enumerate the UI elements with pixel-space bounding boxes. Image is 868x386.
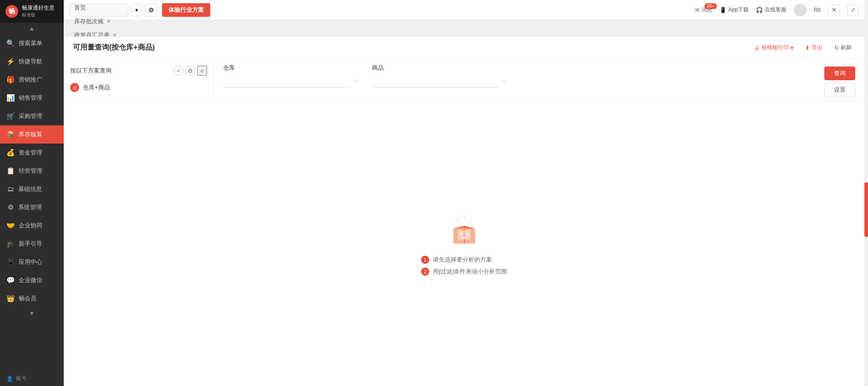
warehouse-field-group: 仓库 ··· — [223, 64, 358, 87]
sidebar-item-app-center[interactable]: 📱 应用中心 — [0, 253, 64, 271]
scheme-header: 按以下方案查询 + ⚙ « — [64, 64, 213, 79]
sidebar-item-label-wechat: 企业微信 — [19, 276, 42, 284]
sidebar-item-newbie[interactable]: 🎓 新手引导 — [0, 235, 64, 253]
page-title: 可用量查询(按仓库+商品) — [73, 43, 155, 52]
print-dropdown-icon: ▾ — [791, 45, 793, 51]
scheme-settings-btn[interactable]: ⚙ — [185, 66, 195, 76]
column-settings-btn[interactable]: 设置 — [824, 83, 855, 97]
sidebar-item-label-finance: 资金管理 — [19, 149, 42, 157]
warehouse-more-btn[interactable]: ··· — [352, 77, 358, 84]
sidebar-bottom[interactable]: 👤 账号 — [0, 371, 64, 386]
topbar: ▾ ⚙ 体验行业方案 ✉ 消息 99+ 📱 App下载 🎧 在线客服 Rit ✕… — [64, 0, 864, 20]
sidebar-item-purchase[interactable]: 🛒 采购管理 — [0, 107, 64, 125]
operation-icon: 📋 — [6, 167, 15, 175]
quick-nav-icon: ⚡ — [6, 57, 15, 66]
page-header-actions: 🖨 按模板打印 ▾ ⬆ 导出 ↻ 刷新 — [751, 42, 855, 53]
tab-close-batch-ledger[interactable]: ✕ — [107, 19, 111, 25]
sidebar-item-system[interactable]: ⚙ 系统管理 — [0, 198, 64, 216]
main-content: ▾ ⚙ 体验行业方案 ✉ 消息 99+ 📱 App下载 🎧 在线客服 Rit ✕… — [64, 0, 864, 386]
settings-gear-btn[interactable]: ⚙ — [145, 4, 157, 16]
sidebar-item-label-sales: 销售管理 — [19, 94, 42, 102]
basic-info-icon: 🗂 — [6, 185, 15, 193]
sidebar-item-wechat[interactable]: 💬 企业微信 — [0, 271, 64, 289]
refresh-icon: ↻ — [834, 45, 839, 51]
tab-label-batch-ledger: 库存批次账 — [74, 17, 104, 26]
export-btn[interactable]: ⬆ 导出 — [802, 42, 826, 53]
sidebar-item-basic-info[interactable]: 🗂 基础信息 — [0, 180, 64, 198]
tab-home[interactable]: 首页 — [67, 1, 129, 15]
query-btn-group: 查询 设置 — [824, 64, 855, 97]
hint-item-1: 1 请先选择要分析的方案 — [421, 256, 507, 264]
sidebar-item-label-cooperation: 企业协同 — [19, 221, 42, 230]
empty-illustration — [446, 212, 482, 248]
tab-batch-ledger[interactable]: 库存批次账✕ — [67, 15, 129, 28]
online-service-btn[interactable]: 🎧 在线客服 — [756, 6, 787, 14]
query-btn[interactable]: 查询 — [824, 67, 855, 80]
sidebar-header: 畅 畅康通好生意 标准版 — [0, 0, 64, 23]
search-dropdown-btn[interactable]: ▾ — [131, 4, 142, 16]
username-label: 账号 — [16, 375, 27, 382]
sidebar-item-sales[interactable]: 📊 销售管理 — [0, 89, 64, 107]
svg-point-5 — [466, 233, 468, 235]
tab-close-receipt-summary[interactable]: ✕ — [112, 32, 117, 38]
cooperation-icon: 🤝 — [6, 221, 15, 230]
sidebar-item-marketing[interactable]: 🎁 营销推广 — [0, 71, 64, 89]
sidebar-item-inventory[interactable]: 📦 库存核算 — [0, 125, 64, 144]
svg-line-7 — [457, 218, 459, 221]
tabs-bar: 首页库存批次账✕收发存汇总表✕可用量库存账本✕ — [64, 20, 864, 36]
member-icon: 👑 — [6, 294, 15, 303]
svg-line-8 — [469, 218, 472, 221]
sidebar-item-label-operation: 经营管理 — [19, 167, 42, 175]
query-area: 按以下方案查询 + ⚙ « ◎ 仓库+商品 仓库 ··· — [64, 59, 864, 102]
warehouse-input[interactable] — [223, 74, 350, 87]
marketing-icon: 🎁 — [6, 76, 15, 84]
sidebar-item-member[interactable]: 👑 畅会员 — [0, 289, 64, 308]
sidebar-item-finance[interactable]: 💰 资金管理 — [0, 144, 64, 162]
newbie-icon: 🎓 — [6, 240, 15, 248]
tab-close-available-ledger[interactable]: ✕ — [118, 46, 122, 52]
collapse-panel-btn[interactable]: « — [197, 66, 207, 76]
empty-hint: 1 请先选择要分析的方案 2 用[过滤]条件来缩小分析范围 — [421, 256, 507, 276]
tab-label-home: 首页 — [74, 4, 86, 12]
sidebar-item-label-purchase: 采购管理 — [19, 112, 42, 120]
sidebar-item-label-marketing: 营销推广 — [19, 76, 42, 84]
goods-label: 商品 — [372, 64, 507, 72]
close-window-btn[interactable]: ✕ — [828, 4, 840, 16]
trial-btn[interactable]: 体验行业方案 — [162, 3, 210, 17]
sidebar-item-search[interactable]: 🔍 搜索菜单 — [0, 34, 64, 52]
system-icon: ⚙ — [6, 203, 15, 211]
app-icon: 📱 — [720, 7, 726, 13]
sidebar-item-quick-nav[interactable]: ⚡ 快捷导航 — [0, 52, 64, 71]
app-download-label: App下载 — [728, 6, 749, 14]
goods-input[interactable] — [372, 74, 499, 87]
print-label: 按模板打印 — [761, 44, 789, 51]
wechat-icon: 💬 — [6, 276, 15, 284]
purchase-icon: 🛒 — [6, 112, 15, 120]
scrollbar-thumb[interactable] — [864, 182, 868, 237]
scheme-item-label: 仓库+商品 — [83, 83, 110, 92]
service-label: 在线客服 — [765, 6, 787, 14]
message-btn[interactable]: ✉ 消息 99+ — [695, 6, 712, 14]
sidebar-item-label-system: 系统管理 — [18, 203, 42, 211]
sidebar-item-operation[interactable]: 📋 经营管理 — [0, 162, 64, 180]
sidebar-scroll-down[interactable]: ▼ — [0, 308, 64, 319]
username: Rit — [814, 7, 821, 13]
expand-btn[interactable]: ⤢ — [847, 4, 859, 16]
sidebar-scroll-up[interactable]: ▲ — [0, 23, 64, 34]
inventory-icon: 📦 — [6, 130, 15, 139]
topbar-right: ✉ 消息 99+ 📱 App下载 🎧 在线客服 Rit ✕ ⤢ — [695, 4, 859, 16]
add-scheme-btn[interactable]: + — [173, 66, 183, 76]
scheme-item-warehouse-goods[interactable]: ◎ 仓库+商品 — [64, 79, 213, 96]
service-icon: 🎧 — [756, 7, 763, 13]
refresh-btn[interactable]: ↻ 刷新 — [831, 42, 855, 53]
app-download-btn[interactable]: 📱 App下载 — [720, 6, 749, 14]
print-btn[interactable]: 🖨 按模板打印 ▾ — [751, 42, 797, 53]
sidebar-item-cooperation[interactable]: 🤝 企业协同 — [0, 216, 64, 235]
export-label: 导出 — [812, 44, 822, 51]
right-scrollbar — [864, 0, 868, 386]
hint-text-1: 请先选择要分析的方案 — [433, 256, 492, 264]
logo-icon: 畅 — [5, 5, 18, 18]
goods-more-btn[interactable]: ··· — [501, 77, 507, 84]
app-center-icon: 📱 — [6, 258, 15, 266]
sidebar-item-label-basic-info: 基础信息 — [18, 185, 42, 193]
